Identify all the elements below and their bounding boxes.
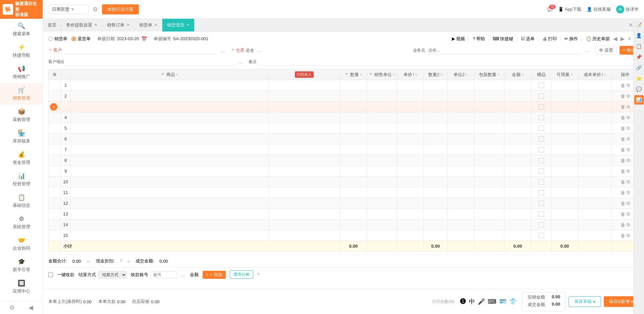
sort-unit-icon[interactable]: ⇅	[392, 73, 395, 76]
scan-btn[interactable]: 扫码录入	[295, 71, 314, 78]
message-badge-wrap[interactable]: 💬 70	[547, 7, 553, 12]
addr-input[interactable]	[66, 58, 235, 66]
sidebar-item-basics[interactable]: 📋 基础信息	[0, 190, 43, 212]
setting-button[interactable]: ⚙ 设置	[595, 46, 617, 55]
tab-close-icon[interactable]: ✕	[186, 23, 190, 27]
gift-checkbox[interactable]	[539, 158, 544, 163]
gift-checkbox[interactable]	[539, 169, 544, 174]
gift-checkbox[interactable]	[539, 115, 544, 120]
copy-icon[interactable]: ⧉	[627, 190, 630, 195]
tab-price-setting[interactable]: 售价提取设置 ✕	[61, 19, 102, 32]
sort-unit2-icon[interactable]: ⇅	[465, 73, 468, 76]
copy-icon[interactable]: ⧉	[627, 211, 630, 217]
customer-dots[interactable]: …	[220, 47, 225, 53]
calendar-icon[interactable]: 📅	[141, 36, 147, 42]
remark-input[interactable]	[258, 58, 639, 66]
sort-qty2-icon[interactable]: ⇅	[440, 73, 443, 76]
delete-icon-2[interactable]: 🗑	[621, 93, 625, 99]
gift-checkbox[interactable]	[539, 126, 544, 131]
gift-checkbox[interactable]	[539, 190, 544, 195]
sp-icon-3[interactable]: 📋	[634, 42, 644, 51]
toolbar-ops[interactable]: ✏ 操作	[565, 36, 578, 42]
delete-icon[interactable]: 🗑	[621, 115, 625, 120]
delete-icon[interactable]: 🗑	[621, 136, 625, 142]
radio-tuihuo[interactable]: 退货单	[71, 36, 91, 42]
sidebar-item-system[interactable]: ⚙ 系统管理	[0, 212, 43, 233]
copy-icon-2[interactable]: ⧉	[627, 93, 630, 99]
toolbar-print[interactable]: 🖨 打印	[543, 36, 557, 42]
goods-input-3[interactable]	[72, 104, 267, 109]
delete-icon[interactable]: 🗑	[621, 233, 625, 238]
settings-bottom-icon[interactable]: ⚙	[9, 304, 15, 311]
tab-close-icon[interactable]: ✕	[94, 23, 97, 27]
addr-dots[interactable]: …	[238, 59, 243, 65]
customer-input[interactable]	[63, 47, 217, 54]
feiyong-help-icon[interactable]: ?	[257, 272, 260, 277]
gift-checkbox[interactable]	[539, 147, 544, 152]
copy-icon[interactable]: ⧉	[627, 136, 630, 142]
gift-checkbox[interactable]	[539, 179, 544, 185]
copy-icon[interactable]: ⧉	[627, 222, 630, 228]
gift-checkbox-1[interactable]	[539, 83, 544, 88]
radio-xiaohuo[interactable]: 销货单	[48, 36, 67, 42]
toolbar-history[interactable]: 📋 历史单据	[586, 36, 610, 42]
delete-icon[interactable]: 🗑	[621, 158, 625, 163]
copy-icon[interactable]: ⧉	[627, 147, 630, 152]
th-gear[interactable]: ⚙	[49, 69, 61, 80]
tab-close-icon[interactable]: ✕	[154, 23, 157, 27]
list-view-icon[interactable]: ≡	[628, 36, 631, 42]
delete-icon[interactable]: 🗑	[621, 179, 625, 185]
warehouse-dots[interactable]: …	[257, 47, 262, 53]
method-select[interactable]: 结算方式	[98, 271, 127, 279]
nav-next-icon[interactable]: ▶	[621, 36, 625, 42]
sort-price-icon[interactable]: ⇅	[415, 73, 418, 76]
toolbar-video[interactable]: ▶ 视频	[452, 36, 465, 42]
delete-icon-1[interactable]: 🗑	[621, 83, 625, 88]
nav-prev-icon[interactable]: ◀	[613, 36, 617, 42]
delete-icon-3[interactable]: 🗑	[621, 104, 625, 110]
tab-home[interactable]: 首页	[43, 19, 61, 32]
tab-close-icon[interactable]: ✕	[126, 23, 129, 27]
delete-icon[interactable]: 🗑	[621, 201, 625, 206]
copy-icon[interactable]: ⧉	[627, 179, 630, 185]
row-1-goods[interactable]	[71, 80, 269, 91]
sp-icon-1[interactable]: 📝	[634, 20, 644, 29]
sort-goods-icon[interactable]: ⇅	[176, 73, 178, 76]
online-service-item[interactable]: 👤 在线客服	[587, 6, 611, 12]
sidebar-item-marketing[interactable]: 📢 营销推广	[0, 62, 43, 83]
toolbar-help[interactable]: ? 帮助	[473, 36, 485, 42]
copy-icon-3[interactable]: ⧉	[627, 104, 630, 110]
collapse-icon[interactable]: ◀	[29, 304, 33, 311]
delete-icon[interactable]: 🗑	[621, 190, 625, 195]
copy-icon[interactable]: ⧉	[627, 125, 630, 131]
tab-sales-bill[interactable]: 销货单 ✕	[135, 19, 162, 32]
copy-icon[interactable]: ⧉	[627, 115, 630, 120]
save-draft-button[interactable]: 保存草稿 ▾	[569, 296, 601, 307]
gift-checkbox[interactable]	[539, 201, 544, 206]
th-scan[interactable]: 扫码录入	[268, 69, 340, 80]
delete-icon[interactable]: 🗑	[621, 169, 625, 174]
copy-icon[interactable]: ⧉	[627, 168, 630, 174]
sp-icon-7[interactable]: 💬	[634, 84, 644, 94]
sidebar-item-enterprise[interactable]: 🤝 企业协同	[0, 233, 43, 255]
help-icon-cash[interactable]: ?	[120, 259, 122, 263]
gift-checkbox[interactable]	[539, 233, 544, 238]
sidebar-item-wechat[interactable]: 💬 企业微信	[0, 298, 43, 301]
delete-icon[interactable]: 🗑	[621, 126, 625, 131]
sidebar-item-apps[interactable]: 🔲 应用中心	[0, 276, 43, 298]
sort-amount-icon[interactable]: ⇅	[521, 73, 524, 76]
toolbar-shortcut[interactable]: ⌨ 快捷键	[493, 36, 513, 42]
gift-checkbox[interactable]	[539, 136, 544, 142]
copy-icon[interactable]: ⧉	[627, 158, 630, 163]
gift-checkbox[interactable]	[539, 222, 544, 228]
app-download-item[interactable]: 📱 App下载	[558, 6, 581, 12]
sort-avail-icon[interactable]: ⇅	[570, 73, 573, 76]
exp-btn[interactable]: 体验行业方案	[102, 4, 139, 14]
tab-sales-return[interactable]: 销货退货 ✕	[162, 19, 195, 32]
sidebar-item-operations[interactable]: 📊 经营管理	[0, 169, 43, 190]
sp-icon-orange[interactable]: 📊	[634, 95, 644, 105]
sort-qty-icon[interactable]: ⇅	[360, 73, 362, 76]
delete-icon[interactable]: 🗑	[621, 211, 625, 217]
account-dots[interactable]: …	[180, 272, 186, 278]
toolbar-select[interactable]: ☑ 选单	[521, 36, 535, 42]
